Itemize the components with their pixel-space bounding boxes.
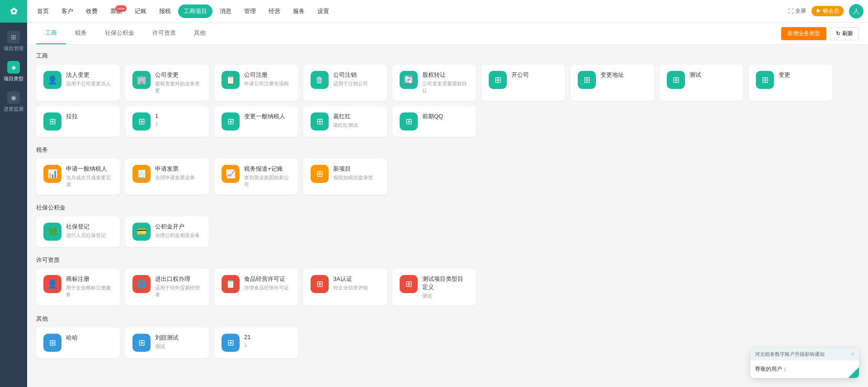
card-change2[interactable]: ⊞ 变更 bbox=[749, 65, 832, 101]
card-desc: 公司变更需要股权转让 bbox=[422, 80, 469, 94]
card-equity-transfer[interactable]: 🔄 股权转让 公司变更需要股权转让 bbox=[392, 65, 476, 101]
card-name: 刘賠测试 bbox=[155, 334, 202, 342]
card-mahonghong[interactable]: ⊞ 葛红红 葛红红测试 bbox=[303, 106, 387, 137]
add-type-button[interactable]: 新增业务类型 bbox=[781, 27, 826, 40]
card-desc: 当月或次月成变更完成 bbox=[66, 174, 113, 188]
tab-bar-right: 新增业务类型 ↻ 刷新 bbox=[781, 27, 859, 40]
card-desc: 葛红红测试 bbox=[333, 122, 380, 129]
card-icon: 📋 bbox=[222, 71, 240, 89]
card-tax-report[interactable]: 📈 税务报道+记账 拿到营业执照的新公司 bbox=[214, 159, 298, 195]
refresh-button[interactable]: ↻ 刷新 bbox=[830, 27, 859, 40]
card-info: 3A认证 对企业信誉评级 bbox=[333, 275, 380, 291]
card-name: 股权转让 bbox=[422, 71, 469, 79]
card-info: 进出口权办理 适用于对外贸易经营者 bbox=[155, 275, 202, 298]
nav-service[interactable]: 服务 bbox=[288, 5, 310, 18]
card-liupei-test[interactable]: ⊞ 刘賠测试 测试 bbox=[125, 327, 209, 358]
nav-accounting[interactable]: 记账 bbox=[129, 5, 152, 18]
card-import-export[interactable]: 🌐 进出口权办理 适用于对外贸易经营者 bbox=[125, 269, 209, 306]
nav-home[interactable]: 首页 bbox=[32, 5, 54, 18]
nav-manage[interactable]: 管理 bbox=[239, 5, 261, 18]
card-company-change[interactable]: 🏢 公司变更 股权变更外的业务变更 bbox=[125, 65, 209, 101]
card-desc: 适用于注销公司 bbox=[333, 80, 380, 87]
card-info: 社保登记 进行人员社保登记 bbox=[66, 223, 113, 239]
nav-billing[interactable]: 收费 bbox=[80, 5, 103, 18]
card-info: 变更一般纳税人 bbox=[244, 112, 291, 122]
card-icon: ⊞ bbox=[132, 112, 151, 131]
card-item1[interactable]: ⊞ 1 1 bbox=[125, 106, 209, 137]
card-legal-change[interactable]: 👤 法人变更 适用于公司变更法人 bbox=[36, 65, 120, 101]
card-change-taxpayer[interactable]: ⊞ 变更一般纳税人 bbox=[214, 106, 298, 137]
card-icon: 🗑 bbox=[311, 71, 329, 89]
card-test-type[interactable]: ⊞ 测试项目类型目定义 测试 bbox=[392, 269, 476, 306]
nav-customer[interactable]: 客户 bbox=[56, 5, 79, 18]
card-company-register[interactable]: 📋 公司注册 申请公司注册全流程 bbox=[214, 65, 298, 101]
tab-xuke[interactable]: 许可资质 bbox=[143, 23, 185, 44]
card-name: 变更地址 bbox=[600, 71, 647, 79]
card-icon: 👤 bbox=[43, 71, 61, 89]
tab-shebao[interactable]: 社保公积金 bbox=[96, 23, 143, 44]
card-fund-account[interactable]: 💳 公积金开户 办理公积金相关业务 bbox=[125, 216, 209, 247]
nav-business[interactable]: 工商项目 bbox=[178, 5, 212, 18]
card-info: 1 1 bbox=[155, 112, 202, 127]
card-icon: 🧾 bbox=[132, 165, 151, 183]
sidebar-item-project-type[interactable]: ◈ 项目类型 bbox=[0, 56, 27, 87]
card-trademark[interactable]: 👤 商标注册 用于企业商标注册服务 bbox=[36, 269, 120, 306]
sidebar-item-progress-monitor[interactable]: ◉ 进度监测 bbox=[0, 87, 27, 117]
section-title-shebao: 社保公积金 bbox=[36, 204, 859, 212]
card-test[interactable]: ⊞ 测试 bbox=[660, 65, 743, 101]
card-info: 测试 bbox=[689, 71, 736, 80]
card-name: 开公司 bbox=[511, 71, 558, 79]
project-type-icon: ◈ bbox=[7, 61, 20, 74]
card-open-company[interactable]: ⊞ 开公司 bbox=[481, 65, 565, 101]
card-change-address[interactable]: ⊞ 变更地址 bbox=[571, 65, 654, 101]
card-apply-invoice[interactable]: 🧾 申请发票 办理申请发票业务 bbox=[125, 159, 209, 195]
avatar[interactable]: 人 bbox=[849, 4, 863, 19]
card-3a-cert[interactable]: ⊞ 3A认证 对企业信誉评级 bbox=[303, 269, 387, 306]
card-desc: 拿到营业执照的新公司 bbox=[244, 174, 291, 188]
card-item21[interactable]: ⊞ 21 1 bbox=[214, 327, 298, 358]
card-desc: 办理申请发票业务 bbox=[155, 174, 202, 181]
card-desc: 进行人员社保登记 bbox=[66, 232, 113, 239]
tab-shuiwu[interactable]: 税务 bbox=[66, 23, 96, 44]
card-icon: 💳 bbox=[132, 223, 151, 241]
card-apply-taxpayer[interactable]: 📊 申请一般纳税人 当月或次月成变更完成 bbox=[36, 159, 120, 195]
notification-close[interactable]: × bbox=[852, 351, 854, 358]
notification-header: 河北税务数字账户升级影响通知 × bbox=[750, 348, 859, 360]
card-name: 变更一般纳税人 bbox=[244, 112, 291, 121]
nav-settings[interactable]: 设置 bbox=[312, 5, 335, 18]
card-new-project[interactable]: ⊞ 新项目 报税加税控盘保管 bbox=[303, 159, 387, 195]
nav-message[interactable]: 消息 bbox=[214, 5, 237, 18]
fullscreen-btn[interactable]: ⛶ 全屏 bbox=[788, 7, 806, 15]
card-info: 21 1 bbox=[244, 334, 291, 349]
card-desc: 办理食品经营许可证 bbox=[244, 284, 291, 291]
vip-button[interactable]: ▶ 畅会员 bbox=[811, 6, 844, 16]
card-front-qq[interactable]: ⊞ 前期QQ bbox=[392, 106, 476, 137]
card-icon: 🌐 bbox=[132, 275, 151, 293]
card-info: 公司变更 股权变更外的业务变更 bbox=[155, 71, 202, 94]
notification-title: 河北税务数字账户升级影响通知 bbox=[755, 351, 825, 358]
xuke-grid: 👤 商标注册 用于企业商标注册服务 🌐 进出口权办理 适用于对外贸易经营者 bbox=[36, 269, 859, 306]
nav-tax[interactable]: 报税 bbox=[154, 5, 176, 18]
tab-other[interactable]: 其他 bbox=[185, 23, 215, 44]
card-info: 刘賠测试 测试 bbox=[155, 334, 202, 350]
card-name: 新项目 bbox=[333, 165, 380, 173]
card-info: 变更 bbox=[778, 71, 825, 80]
content-area: 工商 税务 社保公积金 许可资质 其他 新增业务类型 ↻ 刷新 工商 bbox=[27, 23, 868, 387]
tab-gongshang[interactable]: 工商 bbox=[36, 23, 66, 44]
nav-ticket[interactable]: 票据 new bbox=[105, 5, 127, 18]
card-icon: 📈 bbox=[222, 165, 240, 183]
card-haha[interactable]: ⊞ 哈哈 bbox=[36, 327, 120, 358]
card-lala[interactable]: ⊞ 拉拉 bbox=[36, 106, 120, 137]
card-info: 公司注销 适用于注销公司 bbox=[333, 71, 380, 87]
nav-operation[interactable]: 经营 bbox=[263, 5, 286, 18]
card-info: 拉拉 bbox=[66, 112, 113, 122]
card-company-cancel[interactable]: 🗑 公司注销 适用于注销公司 bbox=[303, 65, 387, 101]
card-name: 测试项目类型目定义 bbox=[422, 275, 469, 291]
card-social-register[interactable]: 🌿 社保登记 进行人员社保登记 bbox=[36, 216, 120, 247]
tab-bar: 工商 税务 社保公积金 许可资质 其他 新增业务类型 ↻ 刷新 bbox=[27, 23, 868, 45]
card-name: 申请发票 bbox=[155, 165, 202, 173]
sidebar-item-label: 项目管理 bbox=[4, 45, 24, 52]
sidebar-item-project-manage[interactable]: ⊞ 项目管理 bbox=[0, 26, 27, 56]
card-name: 进出口权办理 bbox=[155, 275, 202, 283]
card-food-license[interactable]: 📋 食品经营许可证 办理食品经营许可证 bbox=[214, 269, 298, 306]
